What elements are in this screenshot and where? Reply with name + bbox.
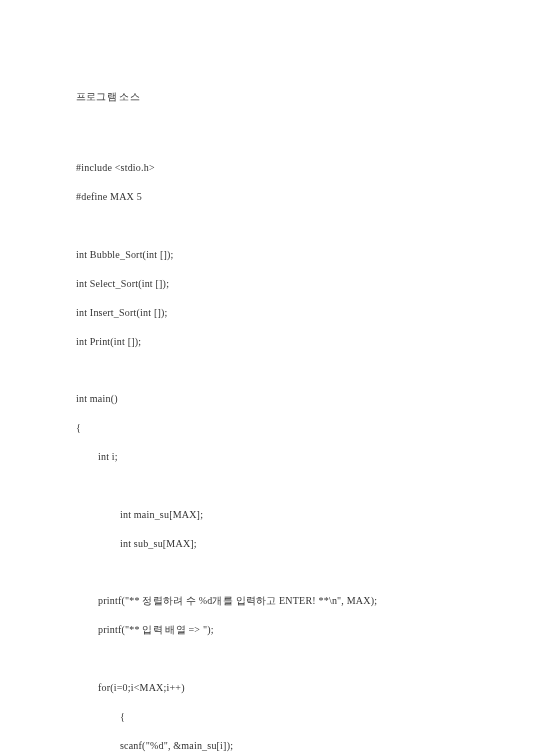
code-line: #define MAX 5 — [76, 190, 457, 205]
document-title: 프로그램 소스 — [76, 90, 457, 105]
code-line: int Insert_Sort(int []); — [76, 306, 457, 321]
code-line: int Bubble_Sort(int []); — [76, 248, 457, 263]
code-line: printf("** 입력 배열 => "); — [76, 623, 457, 638]
code-line: int Select_Sort(int []); — [76, 277, 457, 292]
code-line: int main() — [76, 392, 457, 407]
code-line: int main_su[MAX]; — [76, 508, 457, 523]
code-line: { — [76, 421, 457, 436]
code-line: scanf("%d", &main_su[i]); — [76, 739, 457, 754]
code-line: { — [76, 710, 457, 725]
code-line: for(i=0;i<MAX;i++) — [76, 681, 457, 696]
code-line: int sub_su[MAX]; — [76, 537, 457, 552]
code-line: int i; — [76, 450, 457, 465]
code-line: printf("** 정렬하려 수 %d개를 입력하고 ENTER! **\n"… — [76, 594, 457, 609]
code-line: int Print(int []); — [76, 335, 457, 350]
code-block: #include <stdio.h> #define MAX 5 int Bub… — [76, 147, 457, 755]
code-line: #include <stdio.h> — [76, 161, 457, 176]
